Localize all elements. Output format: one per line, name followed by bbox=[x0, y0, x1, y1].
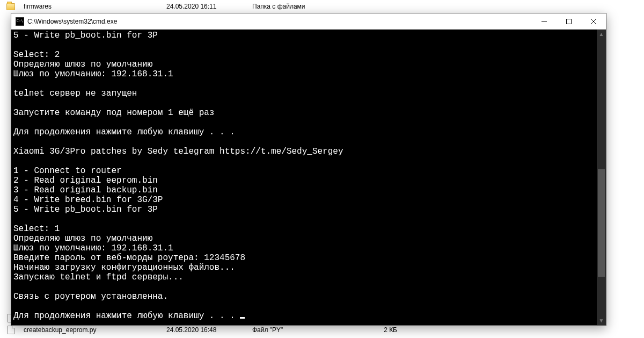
file-date: 24.05.2020 16:48 bbox=[166, 326, 252, 334]
window-title: C:\Windows\system32\cmd.exe bbox=[27, 18, 532, 25]
file-icon bbox=[8, 326, 14, 334]
file-type: Папка с файлами bbox=[252, 3, 354, 10]
scroll-up-arrow[interactable]: ▲ bbox=[597, 30, 606, 39]
minimize-button[interactable] bbox=[532, 13, 557, 30]
close-button[interactable] bbox=[581, 13, 606, 30]
vertical-scrollbar[interactable]: ▲ ▼ bbox=[597, 30, 606, 325]
file-date: 24.05.2020 16:11 bbox=[166, 3, 252, 10]
file-type: Файл "PY" bbox=[252, 326, 354, 334]
file-row[interactable]: firmwares 24.05.2020 16:11 Папка с файла… bbox=[0, 1, 644, 12]
file-size: 2 КБ bbox=[354, 326, 397, 334]
svg-rect-1 bbox=[567, 19, 572, 24]
cursor bbox=[240, 317, 245, 319]
cmd-app-icon: C:\ bbox=[16, 17, 24, 26]
titlebar[interactable]: C:\ C:\Windows\system32\cmd.exe bbox=[11, 13, 606, 30]
file-name: createbackup_eeprom.py bbox=[21, 326, 166, 334]
cmd-window: C:\ C:\Windows\system32\cmd.exe 5 - Writ… bbox=[11, 13, 606, 326]
maximize-button[interactable] bbox=[557, 13, 581, 30]
file-name: firmwares bbox=[21, 3, 166, 10]
folder-icon bbox=[6, 3, 15, 10]
scrollbar-thumb[interactable] bbox=[598, 169, 605, 277]
file-row[interactable]: createbackup_eeprom.py 24.05.2020 16:48 … bbox=[0, 324, 644, 336]
terminal-output[interactable]: 5 - Write pb_boot.bin for 3P Select: 2 О… bbox=[11, 30, 606, 325]
scroll-down-arrow[interactable]: ▼ bbox=[597, 316, 606, 325]
